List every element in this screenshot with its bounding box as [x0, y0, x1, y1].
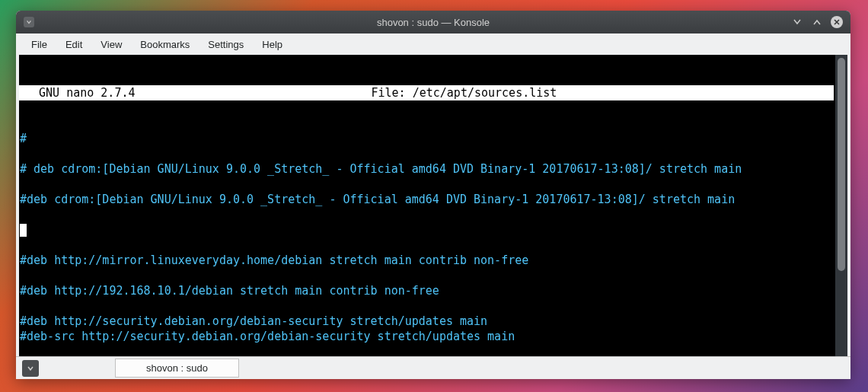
menu-help[interactable]: Help: [253, 36, 292, 53]
menu-view[interactable]: View: [91, 36, 131, 53]
window-title: shovon : sudo — Konsole: [377, 17, 490, 28]
menubar: File Edit View Bookmarks Settings Help: [16, 33, 850, 55]
editor-line: #deb http://192.168.10.1/debian stretch …: [20, 283, 834, 298]
editor-line: [20, 177, 834, 192]
terminal-content[interactable]: GNU nano 2.7.4 File: /etc/apt/sources.li…: [19, 55, 834, 356]
menu-file[interactable]: File: [22, 36, 56, 53]
minimize-icon[interactable]: [791, 16, 803, 28]
editor-line: [20, 237, 834, 253]
tab-bar: shovon : sudo: [16, 356, 850, 379]
scrollbar[interactable]: [835, 55, 847, 356]
close-icon[interactable]: [831, 16, 843, 28]
editor-line: [20, 344, 834, 356]
nano-filename: File: /etc/apt/sources.list: [372, 85, 557, 100]
scrollbar-thumb[interactable]: [838, 58, 845, 271]
editor-line: [20, 222, 834, 237]
editor-line: # deb cdrom:[Debian GNU/Linux 9.0.0 _Str…: [20, 161, 834, 177]
editor-line: [20, 268, 834, 283]
menu-settings[interactable]: Settings: [199, 36, 253, 53]
editor-line: #: [20, 131, 834, 146]
editor-line: [20, 207, 834, 222]
nano-editor-body[interactable]: # # deb cdrom:[Debian GNU/Linux 9.0.0 _S…: [19, 131, 834, 356]
menu-edit[interactable]: Edit: [56, 36, 91, 53]
nano-version: GNU nano 2.7.4: [19, 85, 136, 100]
window-controls: [791, 16, 850, 28]
editor-line: #deb-src http://security.debian.org/debi…: [20, 329, 834, 344]
tab-shovon-sudo[interactable]: shovon : sudo: [115, 359, 239, 378]
maximize-icon[interactable]: [811, 16, 823, 28]
editor-line: #deb cdrom:[Debian GNU/Linux 9.0.0 _Stre…: [20, 192, 834, 207]
cursor: [20, 224, 27, 237]
new-tab-button[interactable]: [22, 360, 39, 377]
editor-line: [20, 146, 834, 161]
editor-line: [20, 298, 834, 314]
terminal-area[interactable]: GNU nano 2.7.4 File: /etc/apt/sources.li…: [19, 55, 847, 356]
menu-bookmarks[interactable]: Bookmarks: [131, 36, 199, 53]
titlebar[interactable]: shovon : sudo — Konsole: [16, 11, 850, 33]
editor-line: #deb http://mirror.linuxeveryday.home/de…: [20, 253, 834, 268]
editor-line: #deb http://security.debian.org/debian-s…: [20, 314, 834, 329]
konsole-window: shovon : sudo — Konsole File Edit View B…: [16, 11, 850, 379]
nano-header: GNU nano 2.7.4 File: /etc/apt/sources.li…: [19, 85, 834, 100]
titlebar-menu-icon[interactable]: [24, 17, 34, 27]
